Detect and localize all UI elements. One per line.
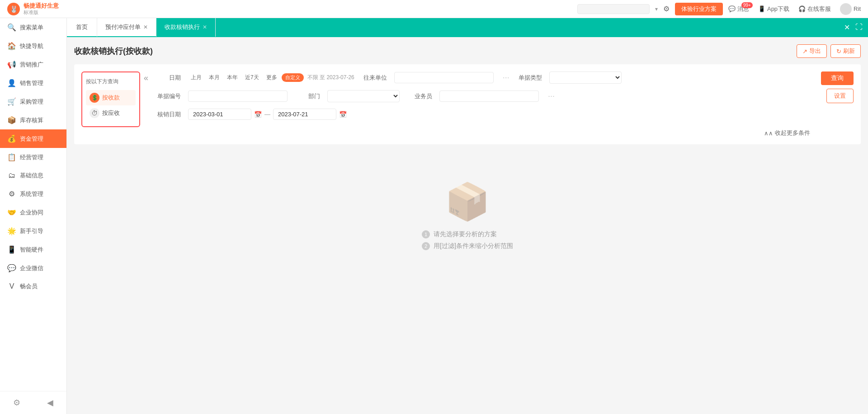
sidebar-item-vip[interactable]: V 畅会员 [0, 277, 66, 295]
enterprise-icon: 🤝 [7, 208, 16, 217]
tab-expand-btn[interactable]: ⛶ [854, 21, 864, 33]
date-tab-more[interactable]: 更多 [264, 73, 280, 82]
employee-input[interactable] [439, 90, 539, 102]
sidebar-collapse-btn[interactable]: ◀ [44, 395, 56, 410]
sidebar-settings-btn[interactable]: ⚙ [10, 395, 23, 410]
sidebar-label-wechat: 企业微信 [20, 264, 43, 272]
sidebar-item-wechat[interactable]: 💬 企业微信 [0, 259, 66, 277]
online-service-label: 在线客服 [807, 5, 831, 13]
search-input[interactable] [577, 4, 650, 14]
doc-type-select[interactable] [549, 71, 622, 84]
avatar [840, 3, 852, 15]
partner-dots[interactable]: ··· [503, 73, 509, 82]
export-label: 导出 [809, 47, 821, 55]
tab-collection-verify[interactable]: 收款核销执行 ✕ [156, 18, 216, 37]
tab-prepay[interactable]: 预付冲应付单 ✕ [97, 18, 156, 37]
hint-num-2: 2 [422, 242, 430, 250]
verify-start-input[interactable] [188, 109, 251, 120]
page-content: 收款核销执行(按收款) ↗ 导出 ↻ 刷新 按以下方 [67, 37, 868, 414]
sidebar-item-operations[interactable]: 📋 经营管理 [0, 148, 66, 167]
sidebar-item-inventory[interactable]: 📦 库存核算 [0, 111, 66, 129]
date-tab-this-year[interactable]: 本年 [224, 73, 241, 82]
empty-illustration: 📦 [445, 181, 490, 223]
vip-icon: V [7, 282, 16, 290]
purchase-icon: 🛒 [7, 97, 16, 106]
filter-collapse-icon[interactable]: « [144, 73, 148, 83]
content-area: 首页 预付冲应付单 ✕ 收款核销执行 ✕ ✕ ⛶ 收款核销执行(按收款) [67, 18, 868, 414]
hardware-icon: 📱 [7, 245, 16, 254]
filter-panel-title: 按以下方查询 [86, 78, 136, 86]
query-button[interactable]: 查询 [821, 71, 854, 85]
tab-home[interactable]: 首页 [67, 18, 97, 37]
employee-dots[interactable]: ··· [548, 91, 555, 101]
doc-no-input[interactable] [188, 90, 288, 102]
main-layout: 🔍 搜索菜单 🏠 快捷导航 📢 营销推广 👤 销售管理 🛒 采购管理 📦 库存核… [0, 18, 868, 414]
dept-select[interactable] [327, 90, 400, 102]
sidebar: 🔍 搜索菜单 🏠 快捷导航 📢 营销推广 👤 销售管理 🛒 采购管理 📦 库存核… [0, 18, 67, 414]
marketing-icon: 📢 [7, 60, 16, 69]
sidebar-item-enterprise[interactable]: 🤝 企业协同 [0, 203, 66, 222]
tab-bar: 首页 预付冲应付单 ✕ 收款核销执行 ✕ ✕ ⛶ [67, 18, 868, 37]
tab-prepay-close[interactable]: ✕ [143, 24, 148, 30]
sidebar-label-basic-info: 基础信息 [20, 171, 43, 180]
sidebar-item-system[interactable]: ⚙ 系统管理 [0, 185, 66, 203]
logo-area: 🐰 畅捷通好生意 标准版 [7, 2, 572, 15]
refresh-label: 刷新 [843, 47, 855, 55]
sidebar-item-guide[interactable]: 🌟 新手引导 [0, 222, 66, 240]
sidebar-label-inventory: 库存核算 [20, 116, 43, 124]
edition-label: 标准版 [24, 10, 59, 15]
filter-actions-row: ∧∧ 收起更多条件 [156, 129, 810, 137]
empty-hint-1: 1 请先选择要分析的方案 [422, 230, 513, 238]
app-download-btn[interactable]: 📱 App下载 [758, 5, 789, 13]
partner-input[interactable] [394, 72, 494, 83]
refresh-button[interactable]: ↻ 刷新 [830, 44, 861, 58]
basic-info-icon: 🗂 [7, 171, 16, 180]
industry-btn[interactable]: 体验行业方案 [675, 3, 723, 15]
tab-home-label: 首页 [76, 23, 88, 31]
sidebar-item-sales[interactable]: 👤 销售管理 [0, 74, 66, 92]
dept-label: 部门 [295, 92, 320, 100]
sidebar-item-purchase[interactable]: 🛒 采购管理 [0, 92, 66, 111]
hint-text-1: 请先选择要分析的方案 [434, 230, 497, 238]
online-service-btn[interactable]: 🎧 在线客服 [798, 5, 831, 13]
date-tab-7days[interactable]: 近7天 [242, 73, 262, 82]
sidebar-item-funds[interactable]: 💰 资金管理 [0, 129, 66, 148]
filter-by-collection[interactable]: 💲 按收款 [86, 90, 136, 105]
sidebar-label-marketing: 营销推广 [20, 61, 43, 69]
date-tab-last-month[interactable]: 上月 [188, 73, 204, 82]
receivable-icon: ⏱ [90, 108, 99, 118]
chevron-down-icon[interactable]: ▾ [655, 6, 658, 12]
tab-collection-verify-close[interactable]: ✕ [203, 24, 207, 30]
app-download-label: App下载 [767, 5, 789, 13]
hint-num-1: 1 [422, 230, 430, 238]
filter-panel: 按以下方查询 💲 按收款 ⏱ 按应收 « [74, 64, 861, 144]
verify-start-calendar-icon[interactable]: 📅 [254, 111, 262, 118]
filter-row-3: 核销日期 📅 — 📅 [156, 109, 810, 120]
app-logo: 🐰 [7, 3, 20, 15]
sidebar-item-hardware[interactable]: 📱 智能硬件 [0, 240, 66, 259]
empty-hints: 1 请先选择要分析的方案 2 用[过滤]条件来缩小分析范围 [422, 230, 513, 250]
setting-button[interactable]: 设置 [826, 89, 854, 103]
empty-state: 📦 1 请先选择要分析的方案 2 用[过滤]条件来缩小分析范围 [74, 144, 861, 286]
partner-label: 往来单位 [362, 74, 387, 82]
verify-end-calendar-icon[interactable]: 📅 [339, 111, 347, 118]
sidebar-label-operations: 经营管理 [20, 153, 43, 162]
phone-icon: 📱 [758, 5, 765, 12]
sidebar-item-basic-info[interactable]: 🗂 基础信息 [0, 167, 66, 185]
sidebar-item-quick-nav[interactable]: 🏠 快捷导航 [0, 37, 66, 55]
sidebar-item-marketing[interactable]: 📢 营销推广 [0, 55, 66, 74]
system-icon: ⚙ [7, 190, 16, 198]
filter-by-receivable[interactable]: ⏱ 按应收 [86, 105, 136, 121]
verify-end-input[interactable] [273, 109, 336, 120]
gear-icon[interactable]: ⚙ [663, 5, 670, 13]
user-area[interactable]: Rit [840, 3, 861, 15]
collapse-more-btn[interactable]: ∧∧ 收起更多条件 [764, 129, 810, 137]
sidebar-item-search-menu[interactable]: 🔍 搜索菜单 [0, 18, 66, 37]
export-button[interactable]: ↗ 导出 [797, 44, 827, 58]
date-tab-custom[interactable]: 自定义 [282, 73, 304, 82]
messages-btn[interactable]: 💬 消息 99+ [728, 5, 749, 13]
filter-fields: 日期 上月 本月 本年 近7天 更多 自定义 不限 至 2023-07-26 [156, 71, 810, 137]
date-tab-this-month[interactable]: 本月 [206, 73, 222, 82]
message-icon: 💬 [728, 5, 736, 12]
tab-close-btn[interactable]: ✕ [842, 21, 852, 33]
